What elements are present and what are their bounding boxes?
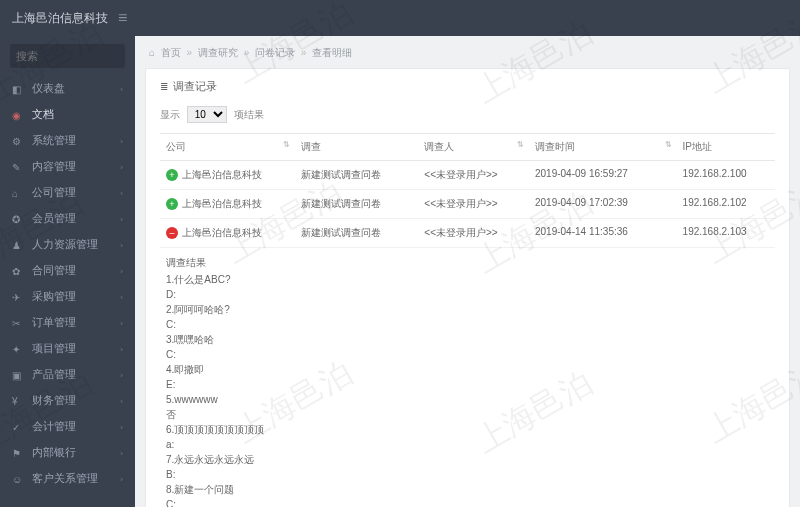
sidebar-item[interactable]: ◧仪表盘›: [0, 76, 135, 102]
breadcrumb-item[interactable]: 调查研究: [198, 47, 238, 58]
nav-icon: ⚑: [12, 448, 26, 459]
detail-line: 4.即撒即: [166, 362, 769, 377]
page-size-select[interactable]: 10: [187, 106, 227, 123]
sidebar-item[interactable]: ¥财务管理›: [0, 388, 135, 414]
sidebar-item[interactable]: ✈采购管理›: [0, 284, 135, 310]
chevron-right-icon: ›: [120, 345, 123, 354]
detail-line: D:: [166, 287, 769, 302]
chevron-right-icon: ›: [120, 449, 123, 458]
sidebar-item[interactable]: ▣产品管理›: [0, 362, 135, 388]
chevron-right-icon: ›: [120, 371, 123, 380]
cell-ip: 192.168.2.102: [677, 190, 775, 219]
sidebar-item[interactable]: ✎内容管理›: [0, 154, 135, 180]
nav-icon: ¥: [12, 396, 26, 407]
detail-line: B:: [166, 467, 769, 482]
nav-icon: ⚙: [12, 136, 26, 147]
nav-label: 会计管理: [32, 420, 76, 434]
cell-ip: 192.168.2.100: [677, 161, 775, 190]
cell-person: <<未登录用户>>: [418, 161, 529, 190]
nav-label: 系统管理: [32, 134, 76, 148]
nav-label: 人力资源管理: [32, 238, 98, 252]
nav-icon: ✂: [12, 318, 26, 329]
sidebar-item[interactable]: ⚙系统管理›: [0, 128, 135, 154]
table-row: –上海邑泊信息科技新建测试调查问卷<<未登录用户>>2019-04-14 11:…: [160, 219, 775, 248]
nav-label: 会员管理: [32, 212, 76, 226]
topbar: 上海邑泊信息科技 ≡: [0, 0, 800, 36]
sidebar-item[interactable]: ✦项目管理›: [0, 336, 135, 362]
sidebar-item[interactable]: ✪会员管理›: [0, 206, 135, 232]
cell-person: <<未登录用户>>: [418, 190, 529, 219]
cell-time: 2019-04-14 11:35:36: [529, 219, 677, 248]
sidebar-search[interactable]: ⌕: [10, 44, 125, 68]
records-panel: ≣ 调查记录 显示 10 项结果 公司⇅调查调查人⇅调查时间⇅IP地址 +上海邑…: [145, 68, 790, 507]
nav-label: 订单管理: [32, 316, 76, 330]
nav-label: 内容管理: [32, 160, 76, 174]
nav-label: 采购管理: [32, 290, 76, 304]
table-row: +上海邑泊信息科技新建测试调查问卷<<未登录用户>>2019-04-09 17:…: [160, 190, 775, 219]
nav-label: 项目管理: [32, 342, 76, 356]
sidebar-item[interactable]: ◉文档: [0, 102, 135, 128]
nav-icon: ▣: [12, 370, 26, 381]
app-title: 上海邑泊信息科技: [12, 10, 108, 27]
chevron-right-icon: ›: [120, 267, 123, 276]
sidebar-item[interactable]: ✓会计管理›: [0, 414, 135, 440]
nav-label: 客户关系管理: [32, 472, 98, 486]
col-ip[interactable]: IP地址: [677, 134, 775, 161]
detail-line: 1.什么是ABC?: [166, 272, 769, 287]
breadcrumb-item[interactable]: 问卷记录: [255, 47, 295, 58]
detail-line: 3.嘿嘿哈哈: [166, 332, 769, 347]
nav-icon: ☺: [12, 474, 26, 485]
detail-line: 6.顶顶顶顶顶顶顶顶顶: [166, 422, 769, 437]
panel-title: ≣ 调查记录: [160, 79, 775, 102]
sidebar-item[interactable]: ⚑内部银行›: [0, 440, 135, 466]
cell-time: 2019-04-09 16:59:27: [529, 161, 677, 190]
chevron-right-icon: ›: [120, 163, 123, 172]
breadcrumb-item[interactable]: 查看明细: [312, 47, 352, 58]
detail-line: C:: [166, 317, 769, 332]
search-input[interactable]: [16, 50, 135, 62]
expand-toggle[interactable]: +: [166, 169, 178, 181]
nav-icon: ✦: [12, 344, 26, 355]
detail-row: 调查结果1.什么是ABC?D:2.阿呵呵哈哈?C:3.嘿嘿哈哈C:4.即撒即E:…: [160, 248, 775, 508]
nav-label: 文档: [32, 108, 54, 122]
detail-title: 调查结果: [166, 255, 769, 272]
detail-line: 8.新建一个问题: [166, 482, 769, 497]
detail-line: E:: [166, 377, 769, 392]
col-survey[interactable]: 调查: [295, 134, 418, 161]
col-time[interactable]: 调查时间⇅: [529, 134, 677, 161]
nav-icon: ◉: [12, 110, 26, 121]
col-person[interactable]: 调查人⇅: [418, 134, 529, 161]
table-row: +上海邑泊信息科技新建测试调查问卷<<未登录用户>>2019-04-09 16:…: [160, 161, 775, 190]
nav-label: 仪表盘: [32, 82, 65, 96]
col-company[interactable]: 公司⇅: [160, 134, 295, 161]
breadcrumb-home[interactable]: 首页: [161, 47, 181, 58]
records-table: 公司⇅调查调查人⇅调查时间⇅IP地址 +上海邑泊信息科技新建测试调查问卷<<未登…: [160, 133, 775, 507]
chevron-right-icon: ›: [120, 215, 123, 224]
sidebar-item[interactable]: ♟人力资源管理›: [0, 232, 135, 258]
sidebar-item[interactable]: ⌂公司管理›: [0, 180, 135, 206]
sidebar-item[interactable]: ✂订单管理›: [0, 310, 135, 336]
chevron-right-icon: ›: [120, 241, 123, 250]
cell-ip: 192.168.2.103: [677, 219, 775, 248]
expand-toggle[interactable]: +: [166, 198, 178, 210]
cell-survey: 新建测试调查问卷: [295, 219, 418, 248]
sidebar-item[interactable]: ✿合同管理›: [0, 258, 135, 284]
breadcrumb: ⌂ 首页 » 调查研究 » 问卷记录 » 查看明细: [145, 42, 790, 68]
chevron-right-icon: ›: [120, 319, 123, 328]
nav-label: 财务管理: [32, 394, 76, 408]
cell-company: 上海邑泊信息科技: [182, 169, 262, 180]
sidebar-item[interactable]: ☺客户关系管理›: [0, 466, 135, 492]
detail-line: 否: [166, 407, 769, 422]
detail-line: 2.阿呵呵哈哈?: [166, 302, 769, 317]
home-icon[interactable]: ⌂: [149, 47, 155, 58]
sidebar: ⌕ ◧仪表盘›◉文档⚙系统管理›✎内容管理›⌂公司管理›✪会员管理›♟人力资源管…: [0, 36, 135, 507]
detail-line: C:: [166, 497, 769, 507]
expand-toggle[interactable]: –: [166, 227, 178, 239]
nav-icon: ♟: [12, 240, 26, 251]
nav-icon: ✈: [12, 292, 26, 303]
chevron-right-icon: ›: [120, 189, 123, 198]
detail-line: a:: [166, 437, 769, 452]
cell-time: 2019-04-09 17:02:39: [529, 190, 677, 219]
hamburger-icon[interactable]: ≡: [118, 9, 127, 27]
nav-label: 公司管理: [32, 186, 76, 200]
